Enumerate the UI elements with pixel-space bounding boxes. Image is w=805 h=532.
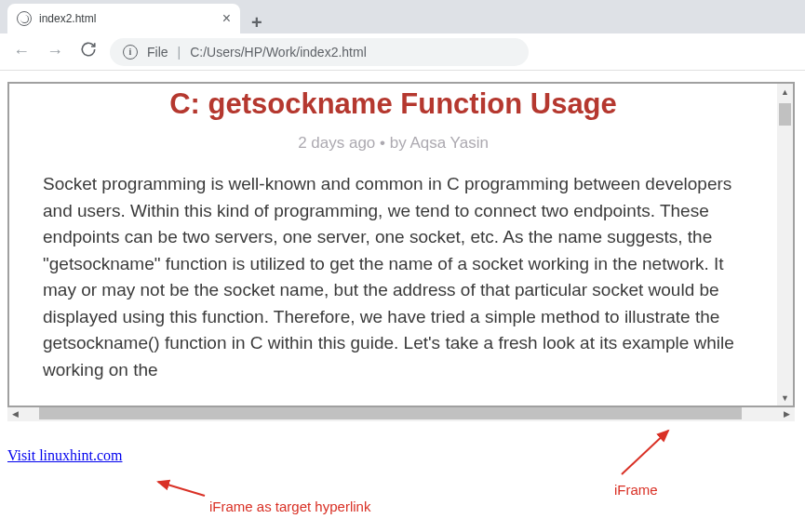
svg-line-3: [158, 482, 205, 496]
browser-toolbar: ← → i File | C:/Users/HP/Work/index2.htm…: [0, 33, 805, 71]
scroll-thumb-vertical[interactable]: [779, 103, 791, 126]
iframe: C: getsockname Function Usage 2 days ago…: [7, 82, 795, 407]
article-title: C: getsockname Function Usage: [9, 84, 777, 125]
annotation-iframe: iFrame: [614, 482, 658, 498]
vertical-scrollbar[interactable]: ▲ ▼: [777, 84, 793, 406]
address-path: C:/Users/HP/Work/index2.html: [190, 45, 367, 60]
visit-link[interactable]: Visit linuxhint.com: [7, 447, 122, 463]
scroll-down-icon[interactable]: ▼: [777, 390, 793, 406]
tab-bar: index2.html × +: [0, 0, 805, 33]
scroll-up-icon[interactable]: ▲: [777, 84, 793, 100]
address-prefix: File: [147, 45, 168, 60]
scroll-left-icon[interactable]: ◀: [7, 406, 23, 421]
browser-tab[interactable]: index2.html ×: [7, 4, 240, 33]
tab-title: index2.html: [39, 12, 215, 25]
scroll-thumb-horizontal[interactable]: [39, 407, 742, 419]
new-tab-button[interactable]: +: [240, 12, 274, 33]
link-section: Visit linuxhint.com: [7, 447, 798, 464]
back-button[interactable]: ←: [9, 38, 34, 65]
arrow-annotation-iframe: [603, 423, 678, 479]
annotation-hyperlink: iFrame as target hyperlink: [209, 499, 370, 514]
article-meta: 2 days ago • by Aqsa Yasin: [9, 134, 777, 153]
info-icon[interactable]: i: [123, 45, 138, 60]
arrow-annotation-hyperlink: [149, 472, 214, 500]
address-divider: |: [178, 45, 181, 60]
horizontal-scrollbar[interactable]: ◀ ▶: [7, 406, 795, 421]
close-icon[interactable]: ×: [222, 10, 231, 27]
svg-line-1: [622, 431, 668, 474]
address-bar[interactable]: i File | C:/Users/HP/Work/index2.html: [110, 38, 529, 66]
forward-button[interactable]: →: [43, 38, 67, 65]
reload-button[interactable]: [76, 37, 101, 66]
page-content: C: getsockname Function Usage 2 days ago…: [0, 71, 805, 475]
iframe-content[interactable]: C: getsockname Function Usage 2 days ago…: [9, 84, 777, 406]
scroll-right-icon[interactable]: ▶: [779, 406, 795, 421]
article-body: Socket programming is well-known and com…: [9, 171, 777, 383]
globe-icon: [17, 11, 32, 26]
